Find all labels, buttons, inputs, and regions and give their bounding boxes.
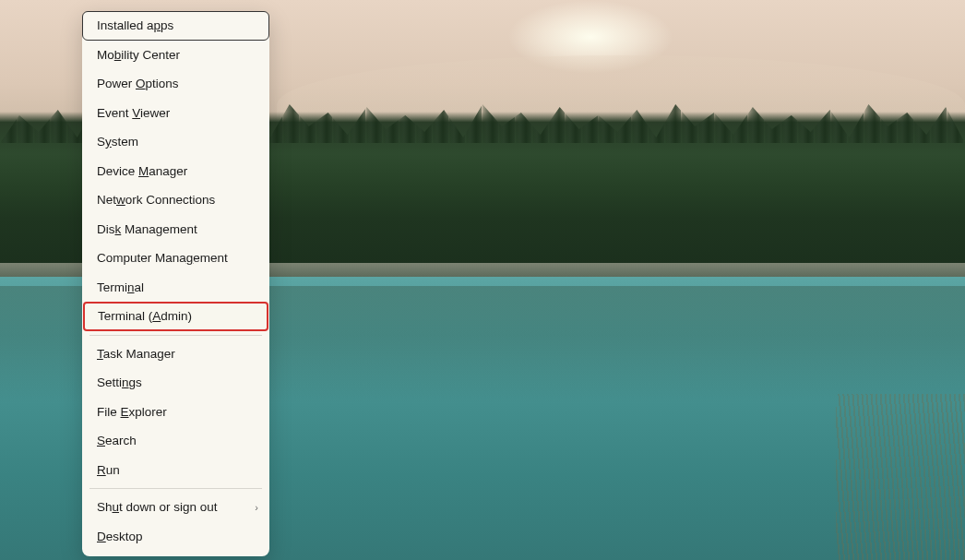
menu-item-terminal-admin[interactable]: Terminal (Admin) [83, 302, 268, 331]
menu-item-label: Search [97, 434, 137, 448]
menu-item-desktop[interactable]: Desktop [82, 522, 269, 552]
menu-item-label: Terminal [97, 280, 144, 295]
menu-item-installed-apps[interactable]: Installed apps [82, 11, 269, 41]
menu-item-label: Power Options [97, 77, 179, 91]
chevron-right-icon: › [255, 502, 258, 514]
menu-item-disk-management[interactable]: Disk Management [82, 215, 269, 244]
menu-item-label: System [97, 135, 138, 149]
menu-item-system[interactable]: System [82, 127, 269, 157]
menu-item-mobility-center[interactable]: Mobility Center [82, 41, 269, 70]
winx-power-menu: Installed appsMobility CenterPower Optio… [82, 11, 269, 556]
menu-separator [89, 335, 262, 336]
menu-item-label: Device Manager [97, 164, 187, 179]
menu-item-power-options[interactable]: Power Options [82, 69, 269, 99]
menu-item-file-explorer[interactable]: File Explorer [82, 398, 269, 427]
menu-item-terminal[interactable]: Terminal [82, 273, 269, 303]
menu-item-label: File Explorer [97, 405, 167, 420]
menu-item-search[interactable]: Search [82, 426, 269, 456]
menu-item-computer-management[interactable]: Computer Management [82, 244, 269, 273]
menu-item-label: Computer Management [97, 251, 228, 266]
menu-item-label: Shut down or sign out [97, 500, 218, 515]
menu-item-label: Event Viewer [97, 106, 170, 121]
menu-item-label: Desktop [97, 530, 143, 544]
menu-item-settings[interactable]: Settings [82, 368, 269, 398]
menu-item-label: Task Manager [97, 347, 175, 362]
menu-item-label: Installed apps [97, 18, 173, 33]
menu-item-network-connections[interactable]: Network Connections [82, 185, 269, 215]
menu-item-device-manager[interactable]: Device Manager [82, 157, 269, 186]
menu-separator [89, 488, 262, 489]
menu-item-label: Mobility Center [97, 48, 180, 63]
menu-item-label: Settings [97, 375, 142, 390]
menu-item-event-viewer[interactable]: Event Viewer [82, 99, 269, 128]
menu-item-shutdown-signout[interactable]: Shut down or sign out› [82, 493, 269, 522]
menu-item-label: Run [97, 463, 120, 478]
reeds-foreground [836, 394, 965, 560]
menu-item-run[interactable]: Run [82, 456, 269, 485]
menu-item-label: Terminal (Admin) [98, 309, 192, 324]
menu-item-task-manager[interactable]: Task Manager [82, 340, 269, 369]
menu-item-label: Network Connections [97, 193, 215, 208]
menu-item-label: Disk Management [97, 222, 197, 237]
